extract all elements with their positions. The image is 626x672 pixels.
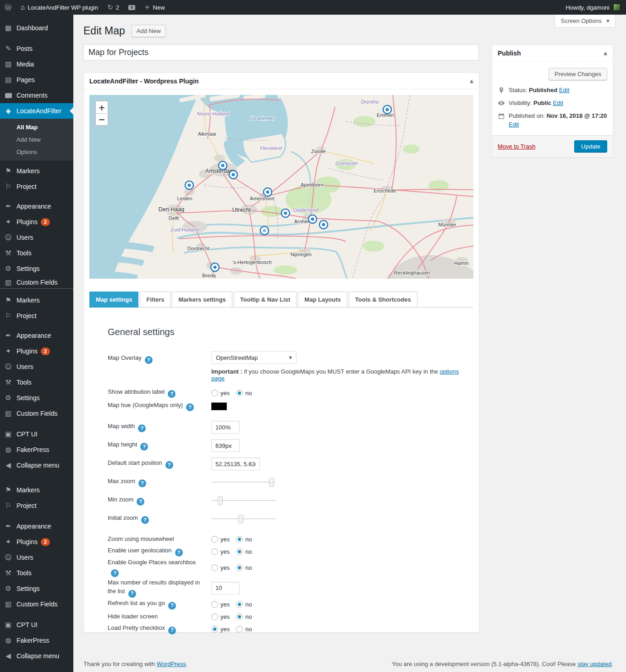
sidebar-item-appearance[interactable]: ✒ Appearance (0, 518, 73, 534)
sidebar-item-pages[interactable]: ▤ Pages (0, 72, 73, 88)
help-icon[interactable]: ? (137, 498, 144, 506)
geolocation-yes-radio[interactable] (211, 548, 218, 555)
map-marker[interactable] (229, 171, 237, 179)
refresh-list-yes-radio[interactable] (211, 601, 218, 608)
tab-map-settings[interactable]: Map settings (89, 292, 138, 308)
map-overlay-select[interactable]: OpenStreetMap ▼ (211, 351, 297, 364)
help-icon[interactable]: ? (165, 461, 173, 469)
initial-zoom-slider-handle[interactable] (238, 515, 243, 523)
tab-tools-shortcodes[interactable]: Tools & Shortcodes (349, 292, 417, 308)
map-marker[interactable] (260, 226, 269, 235)
sidebar-item-custom-fields[interactable]: ▥ Custom Fields (0, 276, 73, 288)
sidebar-item-markers[interactable]: ⚑ Markers (0, 163, 73, 179)
sidebar-item-dashboard[interactable]: ▦ Dashboard (0, 20, 73, 36)
sidebar-item-media[interactable]: ▨ Media (0, 56, 73, 72)
map-marker[interactable] (219, 161, 227, 170)
post-title-input[interactable] (83, 44, 479, 61)
map-marker[interactable] (264, 188, 272, 196)
show-attribution-no-radio[interactable] (236, 390, 243, 397)
edit-visibility-link[interactable]: Edit (553, 99, 563, 106)
map-marker[interactable] (308, 215, 317, 223)
tab-tooltip-nav-list[interactable]: Tooltip & Nav List (234, 292, 297, 308)
sidebar-item-collapse-menu[interactable]: ◀ Collapse menu (0, 648, 73, 664)
sidebar-item-cpt-ui[interactable]: ▣ CPT UI (0, 426, 73, 442)
help-icon[interactable]: ? (168, 390, 176, 398)
tab-markers-settings[interactable]: Markers settings (172, 292, 232, 308)
submenu-item-all-map[interactable]: All Map (0, 121, 73, 133)
submenu-item-options[interactable]: Options (0, 146, 73, 158)
map-hue-color-swatch[interactable] (211, 402, 227, 410)
max-zoom-slider-handle[interactable] (269, 478, 274, 487)
howdy-account-menu[interactable]: Howdy, dgamoni (566, 4, 610, 11)
map-container[interactable]: + − (89, 95, 473, 279)
sidebar-item-appearance[interactable]: ✒ Appearance (0, 198, 73, 214)
hide-loader-no-radio[interactable] (236, 613, 243, 620)
sidebar-item-tools[interactable]: ⚒ Tools (0, 375, 73, 390)
help-icon[interactable]: ? (141, 516, 149, 524)
zoom-mousewheel-yes-radio[interactable] (211, 536, 218, 543)
sidebar-item-settings[interactable]: ⚙ Settings (0, 261, 73, 276)
sidebar-item-plugins[interactable]: ✦ Plugins 2 (0, 214, 73, 230)
sidebar-item-collapse-menu[interactable]: ◀ Collapse menu (0, 457, 73, 473)
help-icon[interactable]: ? (168, 627, 176, 634)
tab-filters[interactable]: Filters (140, 292, 170, 308)
geolocation-no-radio[interactable] (236, 548, 243, 555)
default-start-position-input[interactable] (211, 457, 260, 470)
stay-updated-link[interactable]: stay updated (577, 661, 611, 667)
wordpress-logo-menu[interactable]: Ⓦ (0, 0, 16, 15)
places-no-radio[interactable] (236, 564, 243, 571)
zoom-mousewheel-no-radio[interactable] (236, 536, 243, 543)
help-icon[interactable]: ? (128, 590, 136, 598)
refresh-list-no-radio[interactable] (236, 601, 243, 608)
sidebar-item-tools[interactable]: ⚒ Tools (0, 245, 73, 261)
move-to-trash-link[interactable]: Move to Trash (498, 143, 535, 150)
map-marker[interactable] (211, 263, 219, 271)
comments-menu[interactable]: 0 (124, 0, 140, 15)
map-marker[interactable] (319, 220, 328, 229)
edit-status-link[interactable]: Edit (559, 87, 569, 94)
metabox-toggle-button[interactable]: ▲ (470, 78, 473, 83)
sidebar-item-settings[interactable]: ⚙ Settings (0, 581, 73, 596)
map-marker[interactable] (281, 209, 290, 217)
sidebar-item-project[interactable]: ⚐ Project (0, 308, 73, 324)
sidebar-item-fakerpress[interactable]: ◍ FakerPress (0, 633, 73, 648)
updates-menu[interactable]: ↻ 2 (103, 0, 124, 15)
sidebar-item-locateandfilter[interactable]: ◈ LocateAndFilter (0, 103, 73, 119)
help-icon[interactable]: ? (186, 403, 194, 411)
sidebar-item-plugins[interactable]: ✦ Plugins 2 (0, 343, 73, 359)
sidebar-item-fakerpress[interactable]: ◍ FakerPress (0, 442, 73, 457)
sidebar-item-tools[interactable]: ⚒ Tools (0, 565, 73, 581)
help-icon[interactable]: ? (140, 443, 148, 451)
max-zoom-slider-track[interactable] (211, 482, 275, 483)
show-attribution-yes-radio[interactable] (211, 390, 218, 397)
update-button[interactable]: Update (574, 140, 607, 153)
help-icon[interactable]: ? (168, 602, 176, 610)
sidebar-item-custom-fields[interactable]: ▥ Custom Fields (0, 596, 73, 612)
places-yes-radio[interactable] (211, 564, 218, 571)
help-icon[interactable]: ? (175, 549, 183, 556)
submenu-item-add-new[interactable]: Add New (0, 133, 73, 146)
sidebar-item-users[interactable]: ☺ Users (0, 359, 73, 375)
max-results-input[interactable] (211, 582, 240, 595)
tab-map-layouts[interactable]: Map Layouts (298, 292, 347, 308)
add-new-button[interactable]: Add New (132, 25, 166, 37)
wordpress-link[interactable]: WordPress (157, 661, 186, 667)
sidebar-item-plugins[interactable]: ✦ Plugins 2 (0, 534, 73, 550)
pretty-checkbox-no-radio[interactable] (236, 626, 243, 633)
help-icon[interactable]: ? (138, 479, 146, 487)
sidebar-item-project[interactable]: ⚐ Project (0, 179, 73, 194)
sidebar-item-markers[interactable]: ⚑ Markers (0, 292, 73, 308)
edit-published-date-link[interactable]: Edit (509, 121, 519, 128)
sidebar-item-markers[interactable]: ⚑ Markers (0, 482, 73, 498)
help-icon[interactable]: ? (111, 569, 119, 577)
sidebar-item-project[interactable]: ⚐ Project (0, 498, 73, 513)
preview-changes-button[interactable]: Preview Changes (549, 68, 607, 80)
site-name-menu[interactable]: ⌂ LocateAndFilter WP plugin (16, 0, 103, 15)
help-icon[interactable]: ? (138, 424, 146, 432)
new-content-menu[interactable]: + New (140, 0, 170, 15)
openstreetmap-map[interactable]: Drenthe Emmen Noord-Holland IJsselmeer A… (89, 95, 473, 279)
map-marker[interactable] (383, 105, 391, 114)
sidebar-item-custom-fields[interactable]: ▥ Custom Fields (0, 406, 73, 421)
screen-options-tab[interactable]: Screen Options ▼ (555, 15, 615, 28)
sidebar-item-users[interactable]: ☺ Users (0, 230, 73, 245)
